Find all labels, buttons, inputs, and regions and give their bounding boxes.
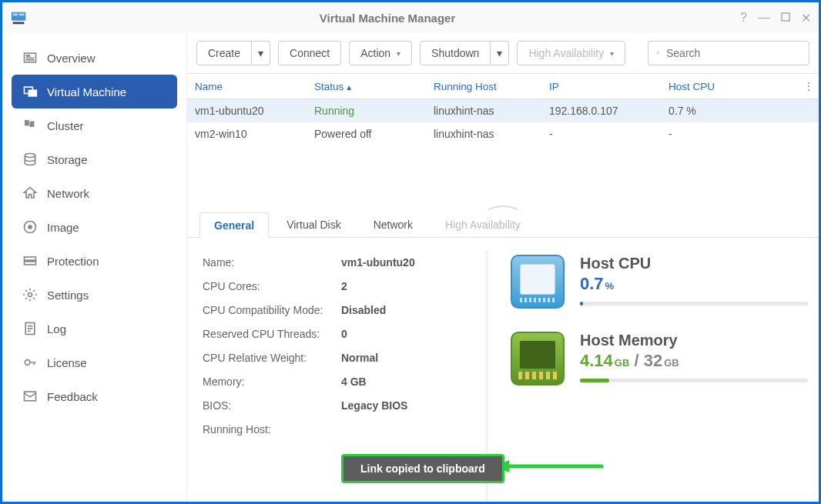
close-icon[interactable]: ✕: [801, 11, 811, 25]
window-title: Virtual Machine Manager: [35, 12, 740, 25]
column-options-icon[interactable]: ⋮: [796, 80, 811, 92]
svg-line-26: [658, 54, 659, 55]
prop-val: Legacy BIOS: [341, 399, 407, 412]
svg-rect-3: [19, 14, 24, 16]
action-button[interactable]: Action▾: [349, 41, 412, 65]
toolbar: Create ▾ Connect Action▾ Shutdown ▾ High…: [187, 33, 819, 73]
sidebar-label: Protection: [47, 255, 99, 268]
resize-handle-icon[interactable]: [488, 199, 518, 204]
prop-val: Disabled: [341, 304, 386, 316]
tab-network[interactable]: Network: [359, 212, 427, 237]
sidebar-label: Network: [47, 187, 89, 200]
storage-icon: [22, 152, 38, 167]
mem-usage-bar: [580, 379, 808, 382]
shutdown-dropdown[interactable]: ▾: [491, 41, 509, 65]
license-icon: [22, 355, 38, 370]
svg-rect-10: [28, 90, 36, 96]
sidebar-label: Feedback: [47, 390, 98, 403]
sidebar-label: Image: [47, 221, 79, 234]
image-icon: [22, 219, 38, 235]
prop-val: Normal: [341, 352, 378, 364]
sort-asc-icon: ▲: [345, 83, 353, 92]
column-cpu[interactable]: Host CPU: [661, 81, 796, 92]
prop-val: 0: [341, 328, 347, 340]
svg-rect-7: [26, 58, 34, 58]
svg-point-18: [28, 293, 32, 297]
cluster-icon: [22, 118, 38, 133]
prop-key: CPU Cores:: [203, 280, 341, 292]
minimize-icon[interactable]: —: [758, 11, 770, 25]
sidebar-item-feedback[interactable]: Feedback: [12, 379, 177, 413]
sidebar-item-overview[interactable]: Overview: [12, 41, 177, 75]
search-box[interactable]: [648, 41, 809, 65]
create-button[interactable]: Create: [196, 41, 252, 65]
tab-general[interactable]: General: [199, 212, 269, 238]
log-icon: [22, 321, 38, 336]
svg-rect-4: [782, 13, 789, 21]
annotation-arrow: [495, 459, 603, 477]
prop-key: CPU Relative Weight:: [203, 352, 341, 364]
network-icon: [22, 185, 38, 201]
sidebar-label: Overview: [47, 52, 96, 65]
sidebar-label: Settings: [47, 289, 89, 302]
prop-key: BIOS:: [203, 399, 341, 412]
app-icon: [10, 9, 27, 26]
detail-tabs: General Virtual Disk Network High Availa…: [187, 207, 819, 238]
metric-title: Host Memory: [580, 332, 808, 349]
prop-key: Memory:: [203, 375, 341, 388]
cpu-chip-icon: [511, 255, 565, 309]
memory-chip-icon: [511, 332, 565, 386]
metric-cpu: Host CPU 0.7%: [511, 255, 808, 309]
connect-button[interactable]: Connect: [278, 41, 341, 65]
sidebar-item-image[interactable]: Image: [12, 210, 177, 244]
sidebar-label: Cluster: [47, 119, 84, 132]
prop-val: 2: [341, 280, 347, 292]
feedback-icon: [22, 389, 38, 404]
sidebar-label: Storage: [47, 153, 88, 166]
search-icon: [656, 47, 660, 59]
svg-rect-12: [30, 122, 34, 127]
search-input[interactable]: [666, 47, 801, 59]
prop-key: Reserved CPU Threads:: [203, 328, 341, 340]
sidebar-item-log[interactable]: Log: [12, 312, 177, 345]
protection-icon: [22, 253, 38, 269]
table-row[interactable]: vm2-win10 Powered off linuxhint-nas - -: [187, 122, 819, 145]
shutdown-button[interactable]: Shutdown: [420, 41, 491, 65]
settings-icon: [22, 287, 38, 302]
sidebar-item-network[interactable]: Network: [12, 176, 177, 210]
tab-ha: High Availability: [431, 212, 535, 237]
column-host[interactable]: Running Host: [426, 81, 541, 92]
svg-rect-16: [25, 257, 36, 260]
sidebar-label: License: [47, 356, 87, 369]
table-row[interactable]: vm1-ubuntu20 Running linuxhint-nas 192.1…: [187, 99, 819, 122]
sidebar-item-settings[interactable]: Settings: [12, 278, 177, 312]
help-icon[interactable]: ?: [740, 11, 747, 25]
sidebar-label: Virtual Machine: [47, 85, 126, 98]
maximize-icon[interactable]: [781, 11, 790, 25]
prop-key: Name:: [203, 256, 341, 269]
svg-rect-2: [13, 14, 18, 16]
svg-rect-0: [12, 12, 25, 21]
sidebar-item-virtual-machine[interactable]: Virtual Machine: [12, 75, 177, 108]
metric-title: Host CPU: [580, 255, 808, 272]
column-ip[interactable]: IP: [541, 81, 661, 92]
vm-icon: [22, 84, 38, 99]
svg-rect-8: [26, 60, 34, 61]
svg-rect-17: [25, 262, 36, 265]
metric-memory: Host Memory 4.14GB / 32GB: [511, 332, 808, 386]
create-dropdown[interactable]: ▾: [252, 41, 270, 65]
sidebar-item-protection[interactable]: Protection: [12, 244, 177, 278]
sidebar-item-storage[interactable]: Storage: [12, 142, 177, 176]
sidebar-item-license[interactable]: License: [12, 345, 177, 379]
prop-key: CPU Compatibility Mode:: [203, 304, 341, 316]
column-status[interactable]: Status▲: [307, 81, 426, 92]
sidebar-item-cluster[interactable]: Cluster: [12, 108, 177, 142]
prop-val: vm1-ubuntu20: [341, 256, 415, 269]
prop-key: Running Host:: [203, 423, 341, 436]
svg-point-23: [25, 360, 30, 365]
column-name[interactable]: Name: [187, 81, 307, 92]
tab-virtual-disk[interactable]: Virtual Disk: [272, 212, 356, 237]
svg-rect-6: [26, 55, 30, 57]
table-header: Name Status▲ Running Host IP Host CPU ⋮: [187, 73, 819, 99]
prop-val: 4 GB: [341, 375, 367, 388]
